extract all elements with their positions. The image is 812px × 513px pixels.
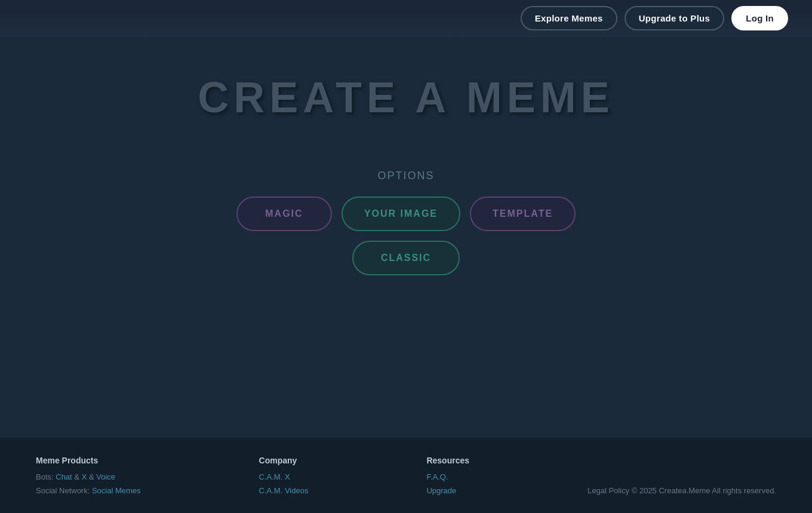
page-title: CREATE A MEME — [198, 73, 614, 122]
footer: Meme Products Bots: Chat & X & Voice Soc… — [0, 438, 812, 513]
meme-options-row-2: CLASSIC — [352, 241, 460, 275]
bots-chat-link[interactable]: Chat — [56, 472, 72, 481]
faq-link[interactable]: F.A.Q. — [426, 472, 469, 481]
footer-bots: Bots: Chat & X & Voice — [36, 472, 141, 481]
footer-products-title: Meme Products — [36, 456, 141, 465]
explore-memes-button[interactable]: Explore Memes — [521, 6, 617, 30]
cam-videos-link[interactable]: C.A.M. Videos — [259, 486, 309, 495]
upgrade-to-plus-button[interactable]: Upgrade to Plus — [625, 6, 725, 30]
meme-options: MAGIC YOUR IMAGE TEMPLATE CLASSIC — [236, 196, 576, 275]
bots-and2: & — [89, 472, 96, 481]
bots-prefix: Bots: — [36, 472, 54, 481]
cam-x-link[interactable]: C.A.M. X — [259, 472, 309, 481]
footer-resources-title: Resources — [426, 456, 469, 465]
header: Explore Memes Upgrade to Plus Log In — [0, 0, 812, 37]
meme-options-row-1: MAGIC YOUR IMAGE TEMPLATE — [236, 196, 576, 231]
magic-button[interactable]: MAGIC — [236, 196, 332, 231]
footer-network: Social Network: Social Memes — [36, 486, 141, 495]
template-button[interactable]: TEMPLATE — [470, 196, 576, 231]
footer-resources: Resources F.A.Q. Upgrade — [426, 456, 469, 495]
footer-products: Meme Products Bots: Chat & X & Voice Soc… — [36, 456, 141, 495]
upgrade-link[interactable]: Upgrade — [426, 486, 469, 495]
options-label: OPTIONS — [377, 170, 434, 182]
footer-company-title: Company — [259, 456, 309, 465]
classic-button[interactable]: CLASSIC — [352, 241, 460, 275]
footer-legal: Legal Policy © 2025 Createa.Meme All rig… — [588, 486, 776, 495]
network-prefix: Social Network: — [36, 486, 90, 495]
bots-and1: & — [74, 472, 81, 481]
bots-voice-link[interactable]: Voice — [96, 472, 115, 481]
main-content: CREATE A MEME OPTIONS MAGIC YOUR IMAGE T… — [0, 37, 812, 438]
your-image-button[interactable]: YOUR IMAGE — [342, 196, 460, 231]
footer-company: Company C.A.M. X C.A.M. Videos — [259, 456, 309, 495]
login-button[interactable]: Log In — [731, 6, 788, 30]
social-memes-link[interactable]: Social Memes — [92, 486, 141, 495]
bots-x-link[interactable]: X — [82, 472, 87, 481]
